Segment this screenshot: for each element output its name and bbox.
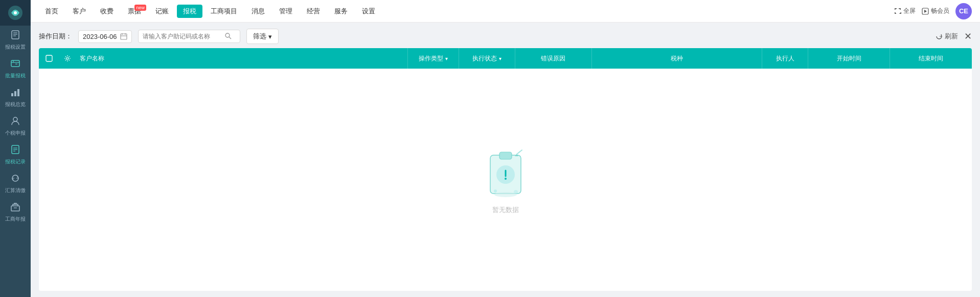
- sidebar-item-geshuishen-bao-label: 个税申报: [5, 130, 26, 136]
- sidebar-item-piliang-baoshui[interactable]: 批量报税: [0, 54, 31, 83]
- fullscreen-btn[interactable]: 全屏: [894, 7, 916, 15]
- th-end: 结束时间: [890, 48, 972, 69]
- toolbar-right: 刷新 ✕: [936, 32, 972, 41]
- gongshang-nianbao-icon: [10, 202, 20, 215]
- svg-rect-12: [17, 89, 19, 96]
- sidebar-item-baoshui-zongjian[interactable]: 报税总览: [0, 83, 31, 112]
- geshuishen-bao-icon: [10, 116, 20, 129]
- svg-rect-6: [11, 60, 19, 67]
- toolbar: 操作日期： 2023-06-06 筛选 ▾: [39, 29, 972, 44]
- svg-rect-18: [11, 206, 19, 211]
- refresh-button[interactable]: 刷新: [936, 32, 958, 41]
- sidebar-item-gongshang-nianbao[interactable]: 工商年报: [0, 198, 31, 226]
- nav-item-shouye[interactable]: 首页: [39, 5, 64, 18]
- filter-chevron-icon: ▾: [268, 33, 272, 40]
- search-icon[interactable]: [224, 32, 232, 41]
- nav-item-baoshui[interactable]: 报税: [177, 5, 202, 18]
- baoshui-shezhi-icon: [10, 30, 20, 43]
- piliang-baoshui-icon: [10, 58, 20, 71]
- page-content: 操作日期： 2023-06-06 筛选 ▾: [31, 23, 980, 297]
- nav-item-guanli[interactable]: 管理: [273, 5, 299, 18]
- svg-line-27: [229, 37, 231, 39]
- sidebar-logo[interactable]: [0, 0, 31, 26]
- user-avatar[interactable]: CE: [955, 3, 972, 19]
- svg-rect-22: [121, 34, 127, 39]
- filter-button[interactable]: 筛选 ▾: [246, 29, 279, 44]
- nav-item-jizhang[interactable]: 记账: [149, 5, 175, 18]
- table-container: 客户名称 操作类型 ▾ 执行状态 ▾ 错误原因 税种 执行人 开始时间 结束时间: [39, 48, 972, 291]
- fullscreen-icon: [894, 8, 901, 15]
- th-error: 错误原因: [515, 48, 592, 69]
- svg-point-37: [494, 192, 517, 197]
- sidebar-item-baoshui-shezhi-label: 报税设置: [5, 44, 26, 50]
- th-start: 开始时间: [808, 48, 890, 69]
- nav-item-gongshang-xiangmu[interactable]: 工商项目: [204, 5, 243, 18]
- svg-point-1: [14, 11, 17, 14]
- th-tax: 税种: [592, 48, 762, 69]
- member-btn[interactable]: 畅会员: [922, 7, 949, 15]
- svg-point-29: [66, 57, 69, 59]
- svg-line-35: [517, 150, 522, 154]
- sidebar-item-baoshui-jilu-label: 报税记录: [5, 159, 26, 165]
- huisuan-jiaona-icon: [10, 173, 20, 186]
- nav-item-fuwu[interactable]: 服务: [328, 5, 354, 18]
- close-button[interactable]: ✕: [964, 32, 972, 41]
- svg-point-39: [514, 190, 518, 194]
- svg-rect-28: [46, 55, 52, 61]
- svg-rect-10: [11, 93, 13, 96]
- th-settings[interactable]: [59, 55, 76, 62]
- op-type-filter-icon: ▾: [445, 56, 448, 61]
- top-nav: 首页 客户 收费 票据 new 记账 报税 工商项目 消息 管理 经营 服务 设…: [31, 0, 980, 23]
- svg-marker-21: [924, 10, 927, 13]
- th-status[interactable]: 执行状态 ▾: [459, 48, 515, 69]
- svg-rect-31: [499, 152, 512, 159]
- date-label: 操作日期：: [39, 32, 72, 41]
- svg-rect-11: [14, 91, 16, 96]
- empty-illustration: [480, 145, 531, 201]
- sidebar-item-huisuan-jiaona[interactable]: 汇算清缴: [0, 169, 31, 198]
- svg-rect-2: [12, 31, 19, 39]
- empty-text: 暂无数据: [492, 205, 519, 215]
- search-input[interactable]: [143, 30, 224, 43]
- nav-item-shoufei[interactable]: 收费: [94, 5, 120, 18]
- table-header: 客户名称 操作类型 ▾ 执行状态 ▾ 错误原因 税种 执行人 开始时间 结束时间: [39, 48, 972, 69]
- sidebar-item-baoshui-zongjian-label: 报税总览: [5, 101, 26, 108]
- main-container: 首页 客户 收费 票据 new 记账 报税 工商项目 消息 管理 经营 服务 设…: [31, 0, 980, 297]
- nav-right: 全屏 畅会员 CE: [894, 3, 972, 19]
- svg-point-38: [494, 189, 497, 193]
- sidebar-item-huisuan-jiaona-label: 汇算清缴: [5, 187, 26, 194]
- sidebar-item-gongshang-nianbao-label: 工商年报: [5, 216, 26, 222]
- calendar-icon: [120, 33, 127, 40]
- svg-point-26: [225, 33, 230, 37]
- piaoju-badge: new: [134, 5, 146, 11]
- th-op-type[interactable]: 操作类型 ▾: [408, 48, 459, 69]
- th-name: 客户名称: [76, 48, 408, 69]
- svg-point-34: [505, 178, 507, 180]
- sidebar-item-baoshui-shezhi[interactable]: 报税设置: [0, 26, 31, 54]
- nav-item-piaoju[interactable]: 票据 new: [122, 5, 147, 18]
- th-executor: 执行人: [762, 48, 808, 69]
- baoshui-jilu-icon: [10, 144, 20, 157]
- nav-item-shezhi[interactable]: 设置: [356, 5, 381, 18]
- baoshui-zongjian-icon: [10, 87, 20, 100]
- nav-item-jingying[interactable]: 经营: [301, 5, 326, 18]
- th-checkbox[interactable]: [39, 55, 59, 62]
- sidebar: 报税设置 批量报税 报税总览 个税申报 报税记录 汇算清缴 工商年报: [0, 0, 31, 297]
- sidebar-item-piliang-baoshui-label: 批量报税: [5, 73, 26, 79]
- refresh-icon: [936, 33, 943, 40]
- svg-point-13: [13, 117, 17, 121]
- search-box: [138, 30, 240, 43]
- status-filter-icon: ▾: [499, 56, 502, 61]
- date-input[interactable]: 2023-06-06: [78, 30, 132, 43]
- sidebar-item-geshuishen-bao[interactable]: 个税申报: [0, 112, 31, 140]
- nav-item-kehu[interactable]: 客户: [66, 5, 92, 18]
- empty-state: 暂无数据: [39, 69, 972, 291]
- nav-item-xiaoxi[interactable]: 消息: [245, 5, 271, 18]
- play-icon: [922, 8, 929, 15]
- sidebar-item-baoshui-jilu[interactable]: 报税记录: [0, 140, 31, 169]
- content-area: 操作日期： 2023-06-06 筛选 ▾: [31, 23, 980, 297]
